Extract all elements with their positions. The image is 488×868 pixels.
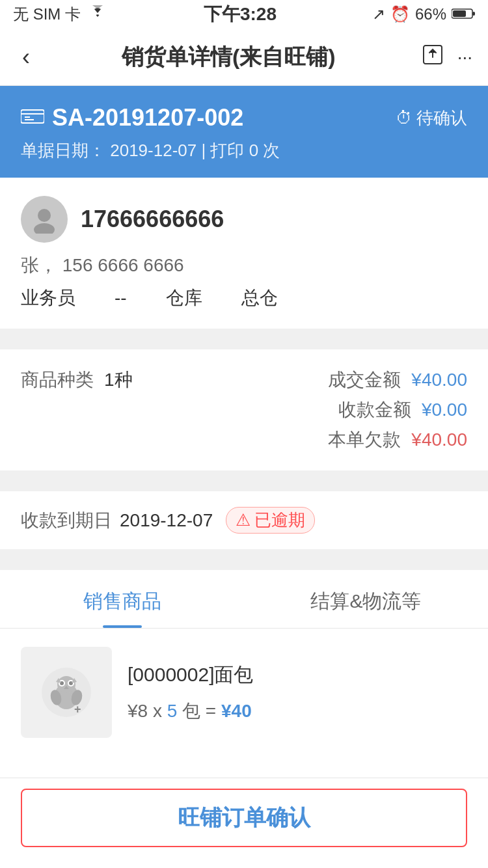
amount-row-1: 收款金额 ¥0.00 (338, 398, 467, 422)
warehouse-value: 总仓 (241, 286, 278, 310)
customer-avatar (21, 196, 68, 243)
unit-price: ¥8 (128, 701, 148, 721)
equals-sign: = (206, 701, 221, 721)
print-info: | 打印 0 次 (201, 141, 280, 160)
battery-level: 66% (415, 5, 446, 23)
warning-icon: ⚠ (236, 510, 251, 530)
amount-label-0: 成交金额 (328, 368, 401, 392)
location-icon: ↗ (372, 5, 385, 23)
product-thumbnail: + (21, 647, 112, 738)
svg-rect-4 (21, 110, 44, 123)
order-id-row: SA-20191207-002 (21, 104, 243, 131)
warehouse-label: 仓库 (166, 286, 202, 310)
amount-row-2: 本单欠款 ¥40.00 (328, 427, 467, 452)
svg-rect-1 (472, 12, 475, 16)
svg-rect-2 (453, 10, 466, 17)
amount-row-0: 成交金额 ¥40.00 (328, 368, 467, 392)
product-item: + [0000002]面包 ¥8 x 5 包 = ¥40 (21, 647, 467, 738)
divider-1 (0, 339, 488, 349)
clock-icon: ⏱ (396, 108, 413, 128)
customer-alt-phone: 156 6666 6666 (62, 255, 184, 275)
amount-value-0: ¥40.00 (411, 370, 467, 390)
status-right: ↗ ⏰ 66% (372, 5, 475, 23)
due-label: 收款到期日 (21, 508, 112, 533)
customer-meta: 业务员 -- 仓库 总仓 (21, 286, 467, 310)
divider-2 (0, 481, 488, 491)
share-button[interactable] (421, 43, 444, 71)
unit-label: 包 (182, 701, 200, 721)
staff-label: 业务员 (21, 286, 75, 310)
svg-point-7 (38, 209, 51, 222)
order-meta: 单据日期： 2019-12-07 | 打印 0 次 (21, 139, 467, 162)
overdue-badge: ⚠ 已逾期 (226, 507, 315, 534)
staff-value: -- (115, 288, 127, 308)
product-price: ¥8 x 5 包 = ¥40 (128, 699, 467, 724)
tab-billing[interactable]: 结算&物流等 (244, 570, 488, 628)
wifi-icon (87, 5, 108, 23)
svg-text:+: + (74, 703, 81, 716)
svg-rect-5 (25, 116, 30, 118)
order-date: 2019-12-07 (110, 141, 197, 160)
tab-sales[interactable]: 销售商品 (0, 570, 244, 628)
svg-point-8 (34, 223, 55, 234)
summary-card: 商品种类 1种 成交金额 ¥40.00 收款金额 ¥0.00 本单欠款 ¥40.… (0, 349, 488, 470)
category-label: 商品种类 (21, 368, 94, 392)
due-card: 收款到期日 2019-12-07 ⚠ 已逾期 (0, 491, 488, 549)
category-row: 商品种类 1种 (21, 368, 328, 392)
status-text: 待确认 (416, 107, 467, 129)
price-separator: x (153, 701, 167, 721)
product-name: [0000002]面包 (128, 662, 467, 688)
amount-label-2: 本单欠款 (328, 427, 401, 452)
overdue-text: 已逾期 (254, 509, 305, 532)
amount-value-1: ¥0.00 (422, 400, 467, 420)
order-number: SA-20191207-002 (52, 104, 243, 131)
divider-3 (0, 560, 488, 570)
status-time: 下午3:28 (204, 2, 277, 27)
summary-left: 商品种类 1种 (21, 368, 328, 396)
due-date: 2019-12-07 (120, 510, 213, 531)
date-label: 单据日期： (21, 141, 105, 160)
bottom-bar: 旺铺订单确认 (0, 778, 488, 868)
battery-icon (452, 5, 475, 23)
product-info: [0000002]面包 ¥8 x 5 包 = ¥40 (128, 662, 467, 724)
status-left: 无 SIM 卡 (13, 4, 108, 25)
confirm-order-button[interactable]: 旺铺订单确认 (21, 789, 467, 847)
summary-right: 成交金额 ¥40.00 收款金额 ¥0.00 本单欠款 ¥40.00 (328, 368, 467, 452)
order-icon (21, 104, 44, 131)
more-button[interactable]: ··· (457, 47, 472, 68)
alarm-icon: ⏰ (390, 5, 410, 23)
svg-rect-6 (25, 119, 34, 120)
customer-phone: 17666666666 (81, 206, 224, 233)
nav-actions: ··· (421, 43, 472, 71)
customer-name: 张， (21, 255, 57, 275)
product-qty: 5 (167, 701, 178, 721)
tab-bar: 销售商品 结算&物流等 (0, 570, 488, 629)
order-status: ⏱ 待确认 (396, 107, 467, 129)
status-bar: 无 SIM 卡 下午3:28 ↗ ⏰ 66% (0, 0, 488, 29)
nav-bar: ‹ 销货单详情(来自旺铺) ··· (0, 29, 488, 86)
page-title: 销货单详情(来自旺铺) (36, 42, 421, 72)
category-value: 1种 (104, 368, 133, 392)
customer-info: 张， 156 6666 6666 (21, 253, 467, 278)
customer-card: 17666666666 张， 156 6666 6666 业务员 -- 仓库 总… (0, 178, 488, 329)
product-total: ¥40 (221, 701, 252, 721)
amount-label-1: 收款金额 (338, 398, 411, 422)
back-button[interactable]: ‹ (16, 37, 36, 77)
amount-value-2: ¥40.00 (411, 429, 467, 450)
sim-status: 无 SIM 卡 (13, 4, 81, 25)
order-header: SA-20191207-002 ⏱ 待确认 单据日期： 2019-12-07 |… (0, 86, 488, 178)
